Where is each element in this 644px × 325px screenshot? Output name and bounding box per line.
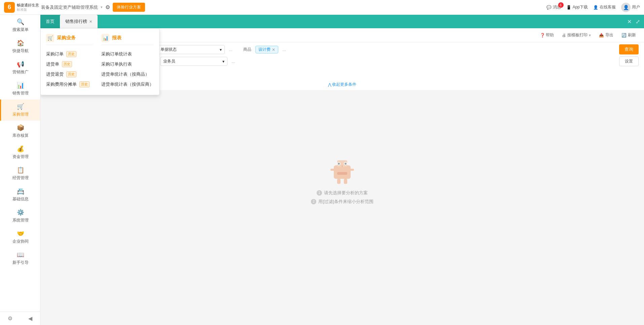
- menu-item-purchase-order-stats[interactable]: 采购订单统计表: [101, 49, 154, 59]
- sidebar: 🔍 搜索菜单 🏠 快捷导航 📢 营销推广 📊 销售管理 🛒 采购管理 📦 库存核…: [0, 15, 40, 325]
- menu-item-incoming-stats-goods[interactable]: 进货单统计表（按商品）: [101, 69, 154, 79]
- tab-close-icon[interactable]: ✕: [89, 19, 92, 24]
- menu-item-purchase-expense[interactable]: 采购费用分摊单 历史: [46, 79, 93, 89]
- right-action-buttons: 查询 设置: [619, 44, 639, 66]
- sidebar-item-quick-nav[interactable]: 🏠 快捷导航: [0, 36, 40, 57]
- print-dropdown-arrow[interactable]: ▾: [589, 33, 591, 38]
- sidebar-item-operations[interactable]: 📋 经营管理: [0, 163, 40, 184]
- refresh-btn[interactable]: 🔄 刷新: [619, 31, 639, 39]
- refresh-icon: 🔄: [621, 33, 627, 38]
- filter-dots-2[interactable]: ...: [282, 47, 286, 52]
- svg-point-5: [338, 163, 340, 165]
- layout: 🔍 搜索菜单 🏠 快捷导航 📢 营销推广 📊 销售管理 🛒 采购管理 📦 库存核…: [0, 15, 644, 325]
- menu-section-purchase: 🛒 采购业务 采购订单 历史 进货单 历史 进货退货 历史: [46, 34, 93, 89]
- title-dropdown-arrow[interactable]: ▾: [101, 5, 103, 9]
- empty-state: 1 请先选择要分析的方案 2 用[过滤]条件来缩小分析范围: [40, 90, 644, 268]
- goods-tag-remove[interactable]: ✕: [272, 47, 275, 52]
- svg-point-6: [345, 163, 347, 165]
- help-btn[interactable]: ❓ 帮助: [537, 31, 557, 39]
- logo-text: 畅捷通好生意 标准版: [17, 3, 39, 12]
- message-action[interactable]: 💬 6 消息: [546, 4, 561, 10]
- avatar-icon: 👤: [623, 5, 629, 10]
- service-icon: 👤: [593, 5, 598, 10]
- set-btn[interactable]: 设置: [619, 56, 639, 66]
- purchase-section-icon: 🛒: [46, 34, 54, 42]
- home-icon: 🏠: [17, 39, 24, 47]
- goods-tag: 设计费 ✕: [255, 46, 278, 53]
- sidebar-item-inventory[interactable]: 📦 库存核算: [0, 121, 40, 142]
- svg-rect-9: [350, 169, 354, 171]
- topbar: 6 畅捷通好生意 标准版 装备及固定资产辅助管理系统 ▾ ⚙ 体验行业方案 💬 …: [0, 0, 644, 15]
- settings-icon[interactable]: ⚙: [105, 4, 110, 10]
- user-action[interactable]: 👤 用户: [621, 3, 640, 12]
- doc-status-select[interactable]: 单据状态 ▾: [157, 45, 225, 54]
- industry-btn[interactable]: 体验行业方案: [113, 3, 145, 12]
- empty-illustration: [325, 154, 359, 187]
- menu-item-incoming-return[interactable]: 进货退货 历史: [46, 69, 93, 79]
- report-section-icon: 📊: [101, 34, 109, 42]
- menu-item-purchase-order[interactable]: 采购订单 历史: [46, 49, 93, 59]
- sidebar-item-marketing[interactable]: 📢 营销推广: [0, 57, 40, 78]
- sidebar-item-basic-info[interactable]: 📇 基础信息: [0, 184, 40, 205]
- basic-info-icon: 📇: [17, 188, 24, 195]
- online-service-action[interactable]: 👤 在线客服: [593, 4, 616, 10]
- tab-close-window-btn[interactable]: ✕: [626, 18, 633, 26]
- hist-badge-incoming: 历史: [62, 61, 72, 67]
- svg-rect-10: [337, 179, 341, 184]
- marketing-icon: 📢: [17, 60, 24, 68]
- doc-status-arrow: ▾: [220, 47, 222, 52]
- staff-select[interactable]: 业务员 ▾: [160, 57, 227, 66]
- menu-item-incoming[interactable]: 进货单 历史: [46, 59, 93, 69]
- hist-badge-purchase-expense: 历史: [79, 81, 90, 87]
- search-btn[interactable]: 查询: [619, 44, 639, 54]
- menu-item-incoming-stats-supplier[interactable]: 进货单统计表（按供应商）: [101, 79, 154, 89]
- menu-item-purchase-order-exec[interactable]: 采购订单执行表: [101, 59, 154, 69]
- cooperation-icon: 🤝: [17, 230, 24, 237]
- sidebar-item-finance[interactable]: 💰 资金管理: [0, 142, 40, 163]
- finance-icon: 💰: [17, 145, 24, 153]
- system-title: 装备及固定资产辅助管理系统 ▾ ⚙ 体验行业方案: [41, 3, 546, 12]
- app-download-action[interactable]: 📱 App下载: [566, 4, 588, 10]
- step-2-badge: 2: [311, 199, 316, 204]
- tab-expand-btn[interactable]: ⤢: [634, 18, 641, 26]
- hist-badge-incoming-return: 历史: [66, 71, 76, 77]
- main-content: 首页 销售排行榜 ✕ ✕ ⤢ 🛒 采购业务 采: [40, 15, 644, 325]
- tab-sales-rank[interactable]: 销售排行榜 ✕: [60, 15, 98, 28]
- empty-tip-1: 1 请先选择要分析的方案: [317, 190, 368, 196]
- sidebar-collapse-btn[interactable]: ◀: [28, 315, 32, 322]
- purchase-icon: 🛒: [17, 103, 24, 110]
- inventory-icon: 📦: [17, 124, 24, 131]
- logo-icon: 6: [4, 2, 15, 13]
- guide-icon: 📖: [17, 251, 24, 258]
- goods-label: 商品: [243, 47, 251, 52]
- sidebar-item-search[interactable]: 🔍 搜索菜单: [0, 15, 40, 36]
- sidebar-settings-btn[interactable]: ⚙: [8, 315, 12, 322]
- dropdown-menu: 🛒 采购业务 采购订单 历史 进货单 历史 进货退货 历史: [40, 28, 159, 95]
- filter-dots-1[interactable]: ...: [229, 47, 232, 52]
- message-badge: 6: [558, 2, 564, 8]
- sidebar-item-system[interactable]: ⚙️ 系统管理: [0, 205, 40, 227]
- menu-section-report: 📊 报表 采购订单统计表 采购订单执行表 进货单统计表（按商品） 进货单统计表（…: [101, 34, 154, 89]
- svg-rect-7: [337, 172, 347, 175]
- filter-dots-3[interactable]: ...: [231, 59, 235, 64]
- hist-badge-purchase-order: 历史: [66, 51, 76, 57]
- tab-home[interactable]: 首页: [40, 15, 60, 28]
- print-btn[interactable]: 🖨 按模板打印 ▾: [559, 31, 594, 39]
- sidebar-item-sales[interactable]: 📊 销售管理: [0, 78, 40, 99]
- sales-icon: 📊: [17, 82, 24, 89]
- sidebar-item-purchase[interactable]: 🛒 采购管理: [0, 99, 40, 121]
- topbar-actions: 💬 6 消息 📱 App下载 👤 在线客服 👤 用户: [546, 3, 640, 12]
- export-btn[interactable]: 📤 导出: [596, 31, 616, 39]
- empty-tip-2: 2 用[过滤]条件来缩小分析范围: [311, 199, 373, 205]
- menu-section-purchase-title: 🛒 采购业务: [46, 34, 93, 45]
- menu-section-report-title: 📊 报表: [101, 34, 154, 45]
- svg-rect-8: [330, 169, 334, 171]
- sidebar-item-cooperation[interactable]: 🤝 企业协同: [0, 227, 40, 248]
- operations-icon: 📋: [17, 166, 24, 174]
- help-icon: ❓: [540, 33, 545, 38]
- tabbar: 首页 销售排行榜 ✕ ✕ ⤢ 🛒 采购业务 采: [40, 15, 644, 28]
- sidebar-bottom: ⚙ ◀: [0, 312, 40, 325]
- system-icon: ⚙️: [17, 209, 24, 216]
- svg-rect-11: [344, 179, 347, 184]
- sidebar-item-guide[interactable]: 📖 新手引导: [0, 248, 40, 269]
